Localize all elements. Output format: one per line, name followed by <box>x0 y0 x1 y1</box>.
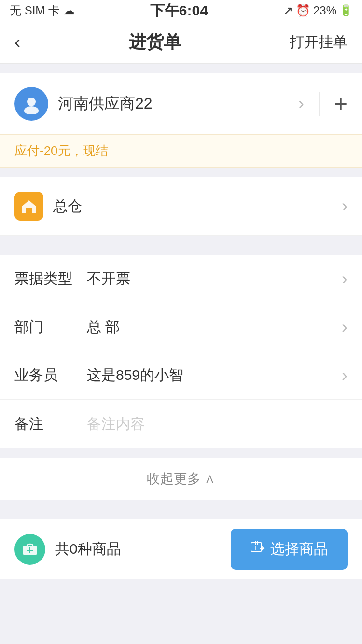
page-background <box>0 579 362 644</box>
supplier-divider <box>319 92 320 116</box>
svg-point-0 <box>27 98 36 106</box>
department-row[interactable]: 部门 总 部 <box>0 303 362 351</box>
salesperson-value: 这是859的小智 <box>77 365 342 385</box>
supplier-name: 河南供应商22 <box>58 93 298 114</box>
product-icon <box>14 534 45 565</box>
product-count-label: 共0种商品 <box>55 539 231 559</box>
gap-3 <box>0 236 362 245</box>
status-bar: 无 SIM 卡 ☁ 下午6:04 ↗ ⏰ 23% 🔋 <box>0 0 362 21</box>
warehouse-section: 总仓 <box>0 177 362 236</box>
notice-banner: 应付-20元，现结 <box>0 134 362 168</box>
select-icon <box>250 540 265 559</box>
gap-1 <box>0 64 362 73</box>
svg-point-1 <box>24 106 39 114</box>
remark-input[interactable]: 备注内容 <box>77 414 348 434</box>
warehouse-name: 总仓 <box>53 196 342 216</box>
invoice-type-row[interactable]: 票据类型 不开票 <box>0 255 362 303</box>
salesperson-chevron-icon <box>342 365 348 386</box>
salesperson-label: 业务员 <box>14 365 77 385</box>
status-left: 无 SIM 卡 ☁ <box>10 3 75 18</box>
invoice-type-label: 票据类型 <box>14 269 77 289</box>
bottom-bar: 共0种商品 选择商品 <box>0 519 362 579</box>
gap-2 <box>0 168 362 177</box>
sim-label: 无 SIM 卡 ☁ <box>10 3 75 18</box>
svg-rect-6 <box>251 543 262 551</box>
remark-label: 备注 <box>14 414 77 434</box>
location-icon: ↗ <box>283 4 293 17</box>
form-section: 票据类型 不开票 部门 总 部 业务员 这是859的小智 备注 备注内容 <box>0 255 362 448</box>
warehouse-icon <box>14 192 43 221</box>
svg-rect-2 <box>26 208 32 213</box>
remark-row[interactable]: 备注 备注内容 <box>0 400 362 448</box>
select-product-label: 选择商品 <box>270 539 328 559</box>
gap-4 <box>0 500 362 509</box>
page-title: 进货单 <box>129 30 181 54</box>
department-chevron-icon <box>342 317 348 337</box>
battery-label: 23% <box>313 4 336 17</box>
status-right: ↗ ⏰ 23% 🔋 <box>283 4 352 17</box>
invoice-type-value: 不开票 <box>77 269 342 289</box>
department-value: 总 部 <box>77 317 342 337</box>
supplier-section: 河南供应商22 + 应付-20元，现结 <box>0 73 362 168</box>
nav-bar: ‹ 进货单 打开挂单 <box>0 21 362 64</box>
battery-icon: 🔋 <box>339 4 352 17</box>
supplier-row[interactable]: 河南供应商22 + <box>0 73 362 134</box>
supplier-avatar <box>14 87 48 121</box>
department-label: 部门 <box>14 317 77 337</box>
select-product-button[interactable]: 选择商品 <box>231 529 348 570</box>
salesperson-row[interactable]: 业务员 这是859的小智 <box>0 351 362 400</box>
back-button[interactable]: ‹ <box>14 32 20 53</box>
warehouse-row[interactable]: 总仓 <box>0 177 362 236</box>
invoice-type-chevron-icon <box>342 269 348 289</box>
warehouse-chevron-icon <box>342 196 348 216</box>
open-pending-button[interactable]: 打开挂单 <box>290 32 348 52</box>
status-time: 下午6:04 <box>150 1 208 21</box>
supplier-add-button[interactable]: + <box>334 92 348 115</box>
alarm-icon: ⏰ <box>296 4 310 17</box>
collapse-button[interactable]: 收起更多 ∧ <box>0 458 362 500</box>
supplier-chevron-icon <box>298 94 304 114</box>
